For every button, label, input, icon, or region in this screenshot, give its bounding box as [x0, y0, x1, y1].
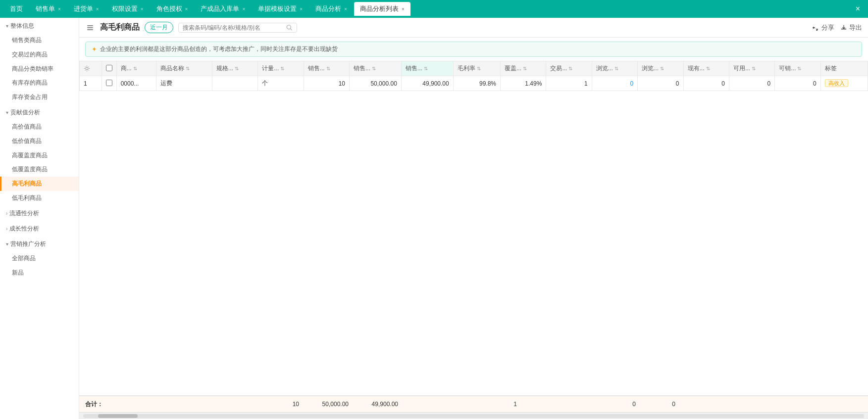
sidebar: ▾ 整体信息 销售类商品 交易过的商品 商品分类助销率 有库存的商品 库存资金占…: [0, 18, 79, 419]
footer-current: 0: [600, 401, 640, 408]
sidebar-item-traded-goods[interactable]: 交易过的商品: [0, 47, 79, 62]
sort-icon[interactable]: ⇅: [752, 66, 756, 71]
table-container[interactable]: 商... ⇅ 商品名称 ⇅: [79, 61, 868, 395]
table-row: 1 0000... 运费 个 10 50,000.00 49,900.00 99: [80, 76, 868, 91]
sort-icon[interactable]: ⇅: [235, 66, 239, 71]
sidebar-collapse-button[interactable]: [85, 23, 95, 33]
sidebar-item-low-margin[interactable]: 低毛利商品: [0, 191, 79, 205]
sidebar-group-overall[interactable]: ▾ 整体信息: [0, 18, 79, 33]
sort-icon[interactable]: ⇅: [186, 66, 190, 71]
row-checkbox[interactable]: [106, 80, 112, 86]
sort-icon[interactable]: ⇅: [660, 66, 664, 71]
tab-product-analysis-list[interactable]: 商品分析列表 ×: [354, 2, 410, 16]
sidebar-item-high-coverage[interactable]: 高覆盖度商品: [0, 148, 79, 163]
col-spec: 规格... ⇅: [212, 61, 257, 76]
col-checkbox: [102, 61, 116, 76]
settings-icon[interactable]: [84, 65, 90, 72]
sort-icon[interactable]: ⇅: [706, 66, 710, 71]
cell-tag: 高收入: [820, 76, 868, 91]
sort-icon[interactable]: ⇅: [614, 66, 618, 71]
page-title: 高毛利商品: [100, 22, 140, 33]
view1-link[interactable]: 0: [630, 80, 633, 87]
export-button[interactable]: 导出: [840, 23, 862, 32]
col-unit: 计量... ⇅: [258, 61, 304, 76]
cell-gross-rate: 99.8%: [453, 76, 500, 91]
sidebar-item-low-coverage[interactable]: 低覆盖度商品: [0, 162, 79, 177]
close-icon[interactable]: ×: [96, 6, 99, 12]
sort-icon[interactable]: ⇅: [280, 66, 284, 71]
collapse-arrow-icon: ›: [6, 226, 7, 232]
sidebar-item-low-value[interactable]: 低价值商品: [0, 134, 79, 148]
notice-bar: ✦ 企业的主要的利润都是这部分商品创造的，可考虑加大推广，同时关注库存是不要出现…: [85, 42, 862, 57]
col-view2: 浏览... ⇅: [638, 61, 683, 76]
sidebar-group-contribution[interactable]: ▾ 贡献值分析: [0, 104, 79, 120]
scroll-track: [83, 414, 864, 418]
footer-sales-cost: 49,900.00: [353, 401, 402, 408]
search-box: [178, 23, 297, 33]
cell-unit: 个: [258, 76, 304, 91]
cell-sales-cost: 49,900.00: [401, 76, 453, 91]
select-all-checkbox[interactable]: [106, 65, 112, 71]
sidebar-group-growth[interactable]: › 成长性分析: [0, 221, 79, 236]
col-saleable: 可销... ⇅: [775, 61, 820, 76]
close-icon[interactable]: ×: [242, 6, 245, 12]
close-icon[interactable]: ×: [344, 6, 347, 12]
tab-bar: 首页 销售单 × 进货单 × 权限设置 × 角色授权 × 产成品入库单 × 单据…: [0, 0, 868, 18]
tab-home[interactable]: 首页: [4, 2, 29, 16]
tab-permission[interactable]: 权限设置 ×: [106, 2, 150, 16]
share-button[interactable]: 分享: [813, 23, 834, 32]
horizontal-scrollbar[interactable]: [79, 412, 868, 419]
sort-icon[interactable]: ⇅: [477, 66, 481, 71]
sidebar-item-high-value[interactable]: 高价值商品: [0, 120, 79, 134]
cell-index: 1: [80, 76, 102, 91]
sidebar-item-all-goods[interactable]: 全部商品: [0, 251, 79, 266]
cell-spec: [212, 76, 257, 91]
footer-sales-qty: 10: [263, 401, 303, 408]
footer-values: 10 50,000.00 49,900.00 1 0 0: [263, 401, 862, 408]
cell-available: 0: [729, 76, 774, 91]
close-icon[interactable]: ×: [58, 6, 61, 12]
svg-rect-0: [87, 25, 93, 26]
tab-product-analysis[interactable]: 商品分析 ×: [309, 2, 353, 16]
tab-role[interactable]: 角色授权 ×: [151, 2, 194, 16]
search-input[interactable]: [183, 24, 284, 31]
tab-product-stock[interactable]: 产成品入库单 ×: [195, 2, 251, 16]
sidebar-group-marketing[interactable]: ▾ 营销推广分析: [0, 236, 79, 251]
close-icon[interactable]: ×: [185, 6, 188, 12]
sidebar-item-category-rate[interactable]: 商品分类助销率: [0, 62, 79, 76]
tab-purchase[interactable]: 进货单 ×: [68, 2, 105, 16]
col-index: [80, 61, 102, 76]
col-trade: 交易... ⇅: [546, 61, 592, 76]
col-sales-amount: 销售... ⇅: [349, 61, 401, 76]
sort-icon[interactable]: ⇅: [424, 66, 428, 71]
close-icon[interactable]: ×: [402, 6, 405, 12]
tab-template[interactable]: 单据模板设置 ×: [252, 2, 308, 16]
sort-icon[interactable]: ⇅: [523, 66, 527, 71]
product-table: 商... ⇅ 商品名称 ⇅: [79, 61, 868, 91]
col-available: 可用... ⇅: [729, 61, 774, 76]
col-tag: 标签: [820, 61, 868, 76]
cell-sales-amount: 50,000.00: [349, 76, 401, 91]
sidebar-item-sales-goods[interactable]: 销售类商品: [0, 33, 79, 47]
sidebar-item-new-goods[interactable]: 新品: [0, 266, 79, 280]
close-icon[interactable]: ×: [300, 6, 303, 12]
search-icon[interactable]: [286, 24, 293, 31]
sort-icon[interactable]: ⇅: [326, 66, 330, 71]
sidebar-item-high-margin[interactable]: 高毛利商品: [0, 177, 79, 191]
sidebar-group-liquidity[interactable]: › 流通性分析: [0, 205, 79, 221]
sort-icon[interactable]: ⇅: [133, 66, 137, 71]
table-header-row: 商... ⇅ 商品名称 ⇅: [80, 61, 868, 76]
sidebar-item-stock-capital[interactable]: 库存资金占用: [0, 90, 79, 104]
window-close-button[interactable]: ×: [852, 4, 864, 13]
scroll-thumb[interactable]: [98, 414, 138, 418]
sort-icon[interactable]: ⇅: [372, 66, 376, 71]
svg-line-4: [291, 29, 292, 30]
tab-sales[interactable]: 销售单 ×: [30, 2, 67, 16]
sidebar-item-in-stock[interactable]: 有库存的商品: [0, 76, 79, 90]
close-icon[interactable]: ×: [141, 6, 144, 12]
sort-icon[interactable]: ⇅: [568, 66, 572, 71]
notice-icon: ✦: [92, 46, 97, 53]
sort-icon[interactable]: ⇅: [797, 66, 801, 71]
svg-point-6: [86, 67, 88, 70]
filter-period-button[interactable]: 近一月: [145, 22, 173, 33]
